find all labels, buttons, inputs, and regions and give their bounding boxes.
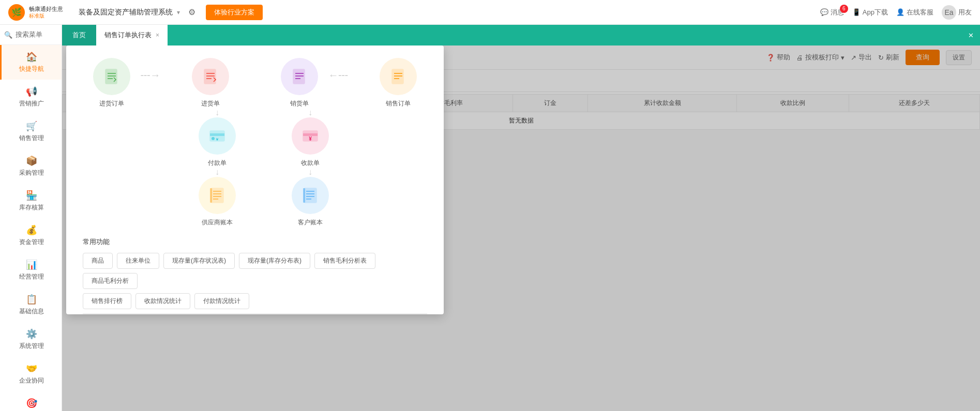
flow-arrow-2: ← - - -	[328, 69, 370, 81]
flow-row-3: 供应商账本	[83, 177, 427, 227]
flow-circle-sales-order	[380, 58, 417, 95]
flow-circle-receipt: ¥	[292, 117, 329, 155]
inventory-icon: 🏪	[26, 190, 37, 201]
basic-info-icon: 📋	[26, 294, 37, 305]
download-icon: 📱	[852, 8, 861, 16]
content-area: 首页 销售订单执行表 × ✕ ❓ 帮助 🖨 按模板打印 ▾	[62, 25, 980, 411]
tab-close-icon[interactable]: ×	[156, 32, 159, 39]
settings-icon[interactable]: ⚙	[188, 7, 195, 17]
logo-icon: 🌿	[8, 4, 25, 21]
common-functions-row-2: 销售排行榜 收款情况统计 付款情况统计	[83, 293, 427, 309]
flow-item-sales-order[interactable]: 销售订单	[370, 58, 428, 108]
sidebar-item-management[interactable]: 📊 经营管理	[0, 253, 62, 287]
flow-arrow-1: - - - →	[141, 69, 182, 81]
flow-item-receipt[interactable]: ¥ 收款单	[279, 117, 341, 168]
app-download-button[interactable]: 📱 App下载	[852, 8, 888, 17]
tab-sales-order[interactable]: 销售订单执行表 ×	[96, 25, 168, 45]
header-right: 💬 消息 6 📱 App下载 👤 在线客服 Ea 用友	[820, 5, 972, 20]
svg-rect-17	[210, 133, 224, 136]
sidebar-item-system[interactable]: ⚙️ 系统管理	[0, 322, 62, 357]
common-functions-title: 常用功能	[83, 237, 427, 247]
func-btn-sales-profit[interactable]: 销售毛利分析表	[314, 253, 375, 269]
svg-rect-0	[105, 69, 117, 84]
flow-label-sales-order: 销售订单	[386, 99, 411, 108]
svg-point-18	[212, 137, 215, 140]
arrow-down-payment: ↓	[186, 168, 248, 177]
tab-home[interactable]: 首页	[62, 25, 96, 45]
sidebar-item-guide[interactable]: 🎯 新手引导	[0, 391, 62, 411]
flow-circle-purchase-doc	[192, 58, 229, 95]
flow-item-payment[interactable]: ¥ 付款单	[186, 117, 248, 168]
func-btn-payment-stats[interactable]: 付款情况统计	[194, 293, 249, 309]
system-icon: ⚙️	[26, 328, 37, 340]
svg-rect-8	[293, 69, 305, 84]
modal-overlay[interactable]: 进货订单 - - - →	[62, 45, 980, 411]
func-btn-product-profit[interactable]: 商品毛利分析	[83, 273, 138, 289]
page-content: ❓ 帮助 🖨 按模板打印 ▾ ↗ 导出 ↻ 刷新 查询 设置	[62, 45, 980, 411]
flow-label-sales-doc: 销货单	[290, 99, 309, 108]
message-badge: 6	[840, 5, 848, 13]
search-icon: 🔍	[4, 31, 12, 39]
message-button[interactable]: 💬 消息 6	[820, 8, 844, 17]
sidebar-item-quick-nav[interactable]: 🏠 快捷导航	[0, 45, 62, 80]
user-menu[interactable]: Ea 用友	[942, 5, 972, 20]
svg-text:¥: ¥	[309, 136, 312, 142]
scroll-left-arrow[interactable]: ◀	[85, 314, 93, 314]
flow-label-payment: 付款单	[208, 159, 227, 168]
arrow-down-purchase: ↓	[186, 108, 248, 117]
flow-item-sales-doc[interactable]: 销货单	[270, 58, 328, 108]
svg-rect-28	[210, 188, 212, 203]
flow-circle-customer-ledger	[292, 177, 329, 214]
online-service-button[interactable]: 👤 在线客服	[896, 8, 933, 17]
func-btn-receipt-stats[interactable]: 收款情况统计	[135, 293, 190, 309]
finance-icon: 💰	[26, 224, 37, 236]
svg-text:¥: ¥	[216, 137, 219, 142]
svg-rect-12	[392, 69, 403, 84]
arrow-down-sales: ↓	[279, 108, 341, 117]
svg-rect-23	[211, 188, 223, 203]
svg-rect-34	[303, 188, 305, 203]
modal-box: 进货订单 - - - →	[66, 45, 444, 314]
tab-close-all-button[interactable]: ✕	[962, 25, 980, 45]
sidebar-item-marketing[interactable]: 📢 营销推广	[0, 80, 62, 114]
flow-row-1: 进货订单 - - - →	[83, 58, 427, 108]
user-avatar: Ea	[942, 5, 956, 20]
flow-item-supplier-ledger[interactable]: 供应商账本	[186, 177, 248, 227]
sidebar-item-sales[interactable]: 🛒 销售管理	[0, 114, 62, 149]
system-dropdown-icon[interactable]: ▾	[177, 9, 180, 16]
scroll-right-arrow[interactable]: ▶	[417, 314, 425, 314]
sidebar-item-collaboration[interactable]: 🤝 企业协同	[0, 357, 62, 391]
flow-label-purchase-doc: 进货单	[201, 99, 220, 108]
flow-item-purchase-order[interactable]: 进货订单	[83, 58, 141, 108]
flow-item-purchase-doc[interactable]: 进货单	[182, 58, 240, 108]
marketing-icon: 📢	[26, 86, 37, 97]
logo-text: 畅康通好生意 标准版	[29, 5, 63, 19]
flow-circle-purchase-order	[93, 58, 130, 95]
service-icon: 👤	[896, 8, 904, 16]
svg-rect-29	[304, 188, 316, 203]
main-layout: 🔍 搜索菜单 🏠 快捷导航 📢 营销推广 🛒 销售管理 📦 采购管理 🏪 库存核…	[0, 25, 980, 411]
flow-circle-payment: ¥	[199, 117, 236, 155]
trial-button[interactable]: 体验行业方案	[206, 5, 263, 20]
func-btn-stock-status[interactable]: 现存量(库存状况表)	[163, 253, 235, 269]
collab-icon: 🤝	[26, 363, 37, 374]
search-menu-button[interactable]: 🔍 搜索菜单	[0, 25, 62, 45]
flow-row-2: ¥ 付款单	[83, 117, 427, 168]
func-btn-sales-rank[interactable]: 销售排行榜	[83, 293, 131, 309]
flow-label-supplier-ledger: 供应商账本	[202, 218, 233, 227]
system-name-label: 装备及固定资产辅助管理系统	[79, 8, 173, 17]
sidebar-item-finance[interactable]: 💰 资金管理	[0, 218, 62, 253]
func-btn-product[interactable]: 商品	[83, 253, 113, 269]
purchase-icon: 📦	[26, 155, 37, 166]
flow-label-purchase-order: 进货订单	[99, 99, 124, 108]
flow-label-receipt: 收款单	[301, 159, 320, 168]
sidebar-item-inventory[interactable]: 🏪 库存核算	[0, 184, 62, 218]
flow-item-customer-ledger[interactable]: 客户账本	[279, 177, 341, 227]
sidebar-item-basic-info[interactable]: 📋 基础信息	[0, 287, 62, 322]
func-btn-stock-dist[interactable]: 现存量(库存分布表)	[239, 253, 310, 269]
sidebar: 🔍 搜索菜单 🏠 快捷导航 📢 营销推广 🛒 销售管理 📦 采购管理 🏪 库存核…	[0, 25, 62, 411]
sidebar-item-purchase[interactable]: 📦 采购管理	[0, 149, 62, 184]
bottom-scrollbar: ◀ ▶	[83, 313, 427, 314]
func-btn-partners[interactable]: 往来单位	[117, 253, 159, 269]
top-header: 🌿 畅康通好生意 标准版 装备及固定资产辅助管理系统 ▾ ⚙ 体验行业方案 💬 …	[0, 0, 980, 25]
